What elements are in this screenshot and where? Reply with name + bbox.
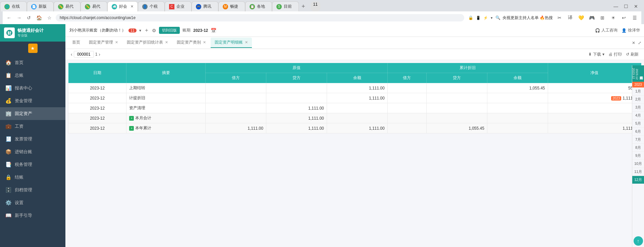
sidebar-item-inventory[interactable]: 📦 进销台账 bbox=[0, 145, 65, 158]
logo-icon: 财 bbox=[4, 27, 15, 38]
browser-tab-geshui[interactable]: 👤 个税 bbox=[138, 1, 165, 11]
close-period-icon: 🔒 bbox=[5, 174, 11, 180]
page-tab-depreciation-table[interactable]: 固定资产折旧统计表 ✕ bbox=[123, 38, 172, 48]
forward-button[interactable]: → bbox=[15, 14, 23, 22]
prev-page-button[interactable]: ‹ bbox=[71, 52, 72, 57]
sidebar-item-fixed-assets[interactable]: 🏢 固定资产 bbox=[0, 107, 65, 120]
cell-dep-credit-1 bbox=[427, 83, 487, 93]
page-tab-fixed-assets-mgmt[interactable]: 固定资产管理 ✕ bbox=[85, 38, 122, 48]
browser-tab-haohui[interactable]: ☁️ 好会 ✕ bbox=[107, 1, 138, 11]
tab-bar: 🌐 在线 📄 新版 ✏️ 易代 ✏️ 易代 ☁️ 好会 ✕ 👤 个税 C 企业 bbox=[0, 0, 644, 11]
refresh-button[interactable]: ↺ 刷新 bbox=[626, 52, 639, 57]
sidebar-item-archive[interactable]: 🗄️ 归档管理 bbox=[0, 184, 65, 196]
month-item-11[interactable]: 11月 bbox=[632, 168, 644, 176]
cell-summary-5: +本年累计 bbox=[126, 123, 206, 133]
browser-tab-yidai2[interactable]: ✏️ 易代 bbox=[80, 1, 107, 11]
translate-icon[interactable]: 译 bbox=[566, 14, 574, 22]
cut-icon[interactable]: ✂ bbox=[555, 14, 564, 22]
close-tab-depreciation-table[interactable]: ✕ bbox=[165, 40, 168, 45]
month-item-5[interactable]: 5月 bbox=[632, 120, 644, 128]
app-header: 刘小艳演示账套（勿删勿动！） 11 ▾ ＋ ⚙ 切到旧版 账期 2023-12 … bbox=[65, 24, 644, 37]
sidebar-item-settings[interactable]: ⚙️ 设置 bbox=[0, 196, 65, 209]
content-toolbar: ‹ 1 › ⬇ 下载 ▾ 🖨 打印 ↺ bbox=[65, 49, 644, 60]
col-summary: 摘要 bbox=[126, 63, 206, 83]
calendar-icon[interactable]: 📅 bbox=[211, 28, 216, 33]
page-tab-asset-category[interactable]: 固定资产类别 ✕ bbox=[173, 38, 210, 48]
maximize-tab-button[interactable]: ⤢ bbox=[638, 41, 641, 45]
browser-toolbar: ✂ 译 💛 🎮 ⊞ ☀ ↩ ☰ bbox=[555, 14, 639, 22]
month-item-6[interactable]: 6月 bbox=[632, 128, 644, 136]
month-item-8[interactable]: 8月 bbox=[632, 144, 644, 152]
settings-gear-button[interactable]: ⚙ bbox=[152, 28, 156, 33]
cell-orig-debit-4 bbox=[205, 113, 266, 123]
browser-tab-tengxun[interactable]: 🎮 腾讯 bbox=[192, 1, 218, 11]
period-selector-header[interactable]: 期间选择 2023.12 2023.12 bbox=[632, 65, 644, 82]
close-tab-asset-category[interactable]: ✕ bbox=[203, 40, 206, 45]
table-row-subtotal-month: 2023-12 +本月合计 1,111.00 bbox=[68, 113, 641, 123]
month-item-10[interactable]: 10月 bbox=[632, 160, 644, 168]
print-button[interactable]: 🖨 打印 bbox=[608, 52, 622, 57]
bookmark-button[interactable]: ☆ bbox=[46, 14, 53, 22]
grid-icon[interactable]: ⊞ bbox=[598, 14, 606, 22]
logo-text-area: 畅捷通好会计 专业版 bbox=[17, 28, 44, 38]
close-window-button[interactable]: ✕ bbox=[632, 2, 640, 10]
month-item-9[interactable]: 9月 bbox=[632, 152, 644, 160]
cell-dep-credit-2 bbox=[427, 93, 487, 103]
tab-count-badge[interactable]: 11 bbox=[311, 1, 320, 11]
switch-version-button[interactable]: 切到旧版 bbox=[159, 27, 180, 34]
headset-icon: 🎧 bbox=[595, 28, 600, 33]
browser-tab-online[interactable]: 🌐 在线 bbox=[0, 1, 27, 11]
close-tab-haohui[interactable]: ✕ bbox=[130, 4, 133, 9]
close-all-tabs-button[interactable]: ✕ bbox=[632, 41, 635, 45]
wallet-icon[interactable]: 💛 bbox=[577, 14, 585, 22]
browser-tab-changjie[interactable]: M 畅捷 bbox=[218, 1, 245, 11]
reload-button[interactable]: ↺ bbox=[25, 14, 32, 22]
sidebar-item-funds[interactable]: 💰 资金管理 bbox=[0, 95, 65, 107]
sidebar-item-reports[interactable]: 📊 报表中心 bbox=[0, 82, 65, 95]
cell-orig-balance-3 bbox=[327, 103, 387, 113]
month-item-2[interactable]: 2月 bbox=[632, 96, 644, 104]
next-page-button[interactable]: › bbox=[99, 52, 100, 57]
sidebar-item-ledger[interactable]: 📋 总账 bbox=[0, 69, 65, 82]
star-quick-access[interactable]: ★ bbox=[28, 44, 38, 53]
history-icon[interactable]: ↩ bbox=[620, 14, 628, 22]
sidebar-item-guide[interactable]: 📖 新手引导 bbox=[0, 209, 65, 222]
scroll-to-top-button[interactable]: ↑ bbox=[634, 236, 643, 246]
add-account-button[interactable]: ＋ bbox=[144, 27, 149, 34]
close-tab-asset-detail[interactable]: ✕ bbox=[245, 40, 248, 45]
menu-icon[interactable]: ☰ bbox=[631, 14, 639, 22]
download-button[interactable]: ⬇ 下载 ▾ bbox=[588, 52, 604, 57]
month-item-12[interactable]: 12月 bbox=[632, 176, 644, 184]
month-item-3[interactable]: 3月 bbox=[632, 104, 644, 112]
dropdown-arrow[interactable]: ▾ bbox=[139, 28, 141, 33]
page-tab-asset-detail[interactable]: 固定资产明细账 ✕ bbox=[211, 38, 252, 48]
address-input[interactable] bbox=[56, 14, 464, 21]
support-button[interactable]: 🎧 人工咨询 bbox=[595, 27, 618, 33]
dropdown-icon[interactable]: ▾ bbox=[491, 16, 493, 20]
sidebar-item-invoice[interactable]: 🧾 发票管理 bbox=[0, 133, 65, 145]
browser-tab-muqian[interactable]: S 目前 bbox=[272, 1, 299, 11]
browser-tab-new[interactable]: 📄 新版 bbox=[27, 1, 54, 11]
month-item-1[interactable]: 1月 bbox=[632, 87, 644, 96]
month-item-7[interactable]: 7月 bbox=[632, 136, 644, 144]
sidebar-item-close[interactable]: 🔒 结账 bbox=[0, 171, 65, 184]
sidebar-item-tax[interactable]: 📑 税务管理 bbox=[0, 158, 65, 171]
game-icon[interactable]: 🎮 bbox=[588, 14, 596, 22]
browser-tab-gedi[interactable]: 📋 各地 bbox=[245, 1, 272, 11]
maximize-button[interactable]: ☐ bbox=[622, 2, 630, 10]
brightness-icon[interactable]: ☀ bbox=[609, 14, 617, 22]
add-tab-button[interactable]: + bbox=[299, 1, 308, 11]
close-tab-fixed-assets-mgmt[interactable]: ✕ bbox=[115, 40, 118, 45]
home-button[interactable]: 🏠 bbox=[35, 14, 43, 22]
month-item-4[interactable]: 4月 bbox=[632, 112, 644, 120]
sidebar-item-payroll[interactable]: 💼 工资 bbox=[0, 120, 65, 133]
browser-tab-qiye[interactable]: C 企业 bbox=[165, 1, 192, 11]
page-code-input[interactable] bbox=[74, 51, 94, 58]
year-label-2023[interactable]: 2023 bbox=[632, 82, 644, 87]
page-tab-home[interactable]: 首页 bbox=[68, 38, 84, 48]
user-avatar[interactable]: 👤 徐泽华 bbox=[622, 27, 640, 33]
sidebar-item-home[interactable]: 🏠 首页 bbox=[0, 56, 65, 69]
minimize-button[interactable]: — bbox=[612, 2, 620, 10]
back-button[interactable]: ← bbox=[5, 14, 13, 22]
browser-tab-yidai1[interactable]: ✏️ 易代 bbox=[54, 1, 80, 11]
